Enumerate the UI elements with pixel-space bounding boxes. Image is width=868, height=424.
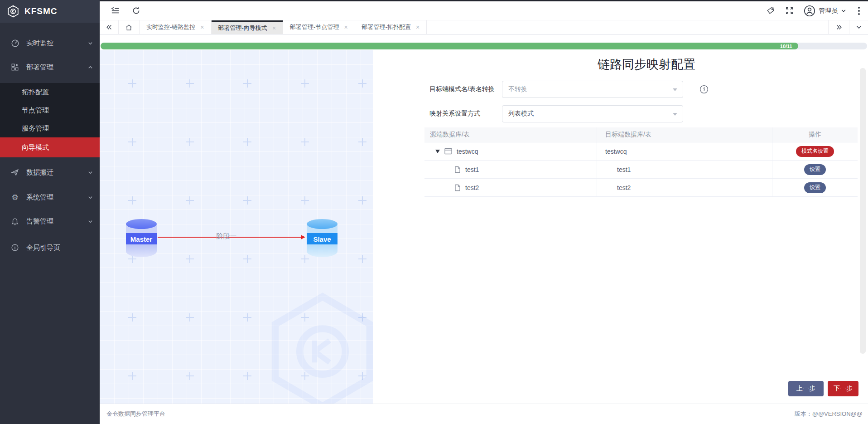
brand-name: KFSMC [24, 6, 58, 16]
gear-icon: ⚙ [10, 194, 20, 201]
tabs-menu-button[interactable] [849, 20, 868, 34]
sidebar-item-deploy-manage[interactable]: 部署管理 [0, 57, 100, 77]
form-row-mapping-mode: 映射关系设置方式 列表模式 [429, 105, 683, 122]
mapping-table: 源端数据库/表 目标端数据库/表 操作 testwcq testwcq 模式名设… [424, 127, 858, 197]
dashboard-icon [10, 39, 20, 48]
tab-label: 部署管理-向导模式 [218, 24, 267, 32]
cylinder-top [307, 219, 338, 229]
footer-platform-name: 金仓数据同步管理平台 [106, 410, 165, 418]
home-tab-button[interactable] [119, 20, 140, 34]
sidebar-item-wizard-mode[interactable]: 向导模式 [0, 137, 100, 157]
sidebar-item-label: 系统管理 [26, 193, 53, 202]
sidebar-item-realtime-monitor[interactable]: 实时监控 [0, 33, 100, 53]
sidebar-item-service-manage[interactable]: 服务管理 [0, 119, 100, 137]
sidebar-item-system-manage[interactable]: ⚙ 系统管理 [0, 187, 100, 207]
app-header: 管理员 [100, 1, 868, 20]
tree-expand-caret-icon[interactable] [435, 150, 440, 153]
close-icon[interactable]: × [200, 24, 204, 31]
table-row-table1: test1 test1 设置 [424, 161, 858, 179]
source-table-name: test2 [465, 184, 479, 191]
next-step-button[interactable]: 下一步 [828, 381, 858, 396]
wizard-progress-track: 10/11 [101, 43, 867, 49]
avatar [804, 5, 815, 17]
top-accent-strip [100, 0, 868, 1]
close-icon[interactable]: × [272, 24, 276, 32]
cylinder-top [126, 219, 157, 229]
column-header-target: 目标端数据库/表 [597, 127, 772, 142]
sidebar-item-topology-config[interactable]: 拓扑配置 [0, 83, 100, 101]
field-label: 目标端模式名/表名转换 [429, 85, 502, 93]
brand-hexagon-icon [6, 5, 20, 18]
slave-db-node[interactable]: Slave [307, 219, 338, 257]
select-value: 不转换 [508, 85, 527, 93]
collapse-menu-icon[interactable] [111, 6, 120, 15]
sidebar-item-data-migration[interactable]: 数据搬迁 [0, 162, 100, 182]
tab-deploy-wizard-mode[interactable]: 部署管理-向导模式 × [212, 20, 284, 34]
info-icon[interactable] [699, 85, 709, 94]
master-db-node[interactable]: Master [126, 219, 157, 257]
brand-logo: KFSMC [0, 0, 100, 23]
chevron-down-icon [841, 8, 846, 14]
chevron-down-icon [87, 219, 93, 224]
kebab-menu-icon[interactable] [856, 6, 862, 16]
app-footer: 金仓数据同步管理平台 版本：@@VERSION@@ [100, 404, 868, 424]
tab-deploy-node-manage[interactable]: 部署管理-节点管理 × [283, 20, 355, 34]
file-icon [454, 184, 461, 191]
name-transform-select[interactable]: 不转换 [502, 81, 683, 98]
previous-step-button[interactable]: 上一步 [788, 381, 824, 396]
chevron-down-icon [87, 195, 93, 200]
tab-deploy-topology-config[interactable]: 部署管理-拓扑配置 × [355, 20, 427, 34]
schema-name-settings-button[interactable]: 模式名设置 [796, 146, 834, 157]
user-menu[interactable]: 管理员 [804, 5, 846, 17]
chevron-down-icon [87, 170, 93, 175]
sidebar-item-node-manage[interactable]: 节点管理 [0, 101, 100, 119]
target-table-name: test1 [617, 166, 631, 173]
user-label: 管理员 [819, 7, 838, 15]
chevron-down-icon [87, 40, 93, 46]
tabs-scroll-right-button[interactable] [828, 20, 849, 34]
close-icon[interactable]: × [416, 24, 420, 31]
form-row-name-transform: 目标端模式名/表名转换 不转换 [429, 81, 709, 98]
sidebar-item-label: 部署管理 [26, 63, 53, 72]
sidebar-item-alarm-manage[interactable]: 告警管理 [0, 211, 100, 231]
topology-canvas[interactable]: 阶段一 Master Slave [100, 50, 373, 404]
source-schema-name: testwcq [457, 148, 478, 155]
fullscreen-icon[interactable] [785, 6, 794, 15]
source-table-name: test1 [465, 166, 479, 173]
table-row-schema: testwcq testwcq 模式名设置 [424, 142, 858, 161]
table-settings-button[interactable]: 设置 [804, 164, 826, 175]
alarm-bell-icon [10, 217, 20, 225]
sidebar-item-label: 全局引导页 [26, 244, 60, 252]
target-schema-name: testwcq [605, 148, 627, 155]
progress-fill: 10/11 [101, 43, 798, 49]
master-node-label: Master [126, 235, 157, 243]
footer-version: 版本：@@VERSION@@ [795, 410, 863, 418]
main-content: 10/11 阶段一 Master Slave 链路同步映射配置 目标端模式名/表… [100, 34, 868, 404]
vertical-scrollbar[interactable] [860, 68, 866, 354]
deploy-grid-icon [10, 63, 20, 71]
close-icon[interactable]: × [344, 24, 347, 31]
info-circle-icon [10, 244, 20, 252]
tab-realtime-link-monitor[interactable]: 实时监控-链路监控 × [140, 20, 212, 34]
column-header-actions: 操作 [772, 127, 858, 142]
paper-plane-icon [10, 168, 20, 176]
sync-edge-label: 阶段一 [181, 232, 272, 241]
tabs-scroll-left-button[interactable] [100, 20, 119, 34]
caret-down-icon [673, 88, 677, 91]
sidebar-item-label: 数据搬迁 [26, 168, 53, 177]
tag-icon[interactable] [766, 6, 775, 15]
tab-bar: 实时监控-链路监控 × 部署管理-向导模式 × 部署管理-节点管理 × 部署管理… [100, 20, 868, 34]
progress-label: 10/11 [780, 44, 792, 49]
sidebar-item-label: 告警管理 [26, 217, 53, 226]
slave-node-label: Slave [307, 235, 338, 243]
table-header-row: 源端数据库/表 目标端数据库/表 操作 [424, 127, 858, 142]
sub-item-label: 服务管理 [22, 124, 49, 133]
mapping-mode-select[interactable]: 列表模式 [502, 105, 683, 122]
sidebar-item-global-guide[interactable]: 全局引导页 [0, 238, 100, 258]
tab-label: 部署管理-节点管理 [290, 23, 339, 31]
sidebar-item-label: 实时监控 [26, 39, 53, 48]
select-value: 列表模式 [508, 110, 534, 118]
table-settings-button[interactable]: 设置 [804, 182, 826, 193]
sub-item-label: 节点管理 [22, 106, 49, 115]
refresh-icon[interactable] [132, 6, 140, 15]
